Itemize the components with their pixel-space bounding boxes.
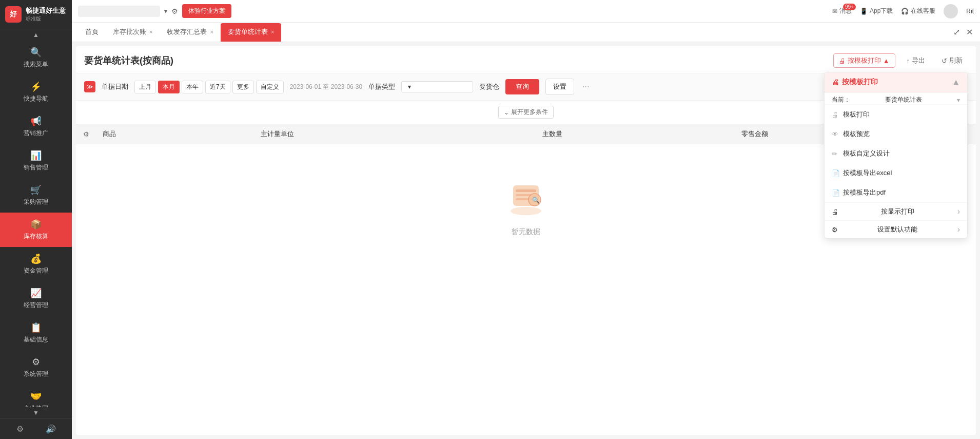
print-button[interactable]: 🖨 按模板打印 ▲: [833, 53, 895, 68]
basic-icon: 📋: [30, 322, 42, 333]
logo-icon: 好: [5, 6, 22, 23]
sidebar-item-label: 资金管理: [24, 266, 48, 275]
app-logo: 好 畅捷通好生意 标准版: [0, 0, 72, 29]
topbar-right: ✉ 消息 99+ 📱 App下载 🎧 在线客服 Rit: [832, 4, 974, 18]
sidebar-item-operation[interactable]: 📈 经营管理: [0, 281, 72, 316]
print-dropdown-header: 🖨 按模板打印 ▲: [825, 72, 967, 92]
dropdown-sub-set-default[interactable]: ⚙ 设置默认功能: [825, 220, 967, 238]
sidebar-item-corp[interactable]: 🤝 企业协同: [0, 385, 72, 407]
sidebar-item-basic[interactable]: 📋 基础信息: [0, 316, 72, 350]
svg-rect-3: [516, 194, 531, 196]
export-icon: ↑: [907, 57, 910, 65]
current-arrow[interactable]: ▾: [957, 97, 960, 104]
dropdown-item-template-custom[interactable]: ✏ 模板自定义设计: [825, 144, 967, 163]
sidebar-item-label: 系统管理: [24, 370, 48, 378]
sidebar-item-inventory[interactable]: 📦 库存核算: [0, 213, 72, 247]
tab-inventory-batch-close[interactable]: ×: [149, 29, 152, 35]
print-dropdown: 🖨 按模板打印 ▲ 当前： 要货单统计表 ▾ 🖨 模板打印 👁 模板预览 ✏ 模: [824, 72, 968, 239]
sidebar-item-purchase[interactable]: 🛒 采购管理: [0, 178, 72, 213]
column-settings-icon[interactable]: ⚙: [83, 130, 89, 138]
date-btn-this-year[interactable]: 本年: [182, 81, 203, 93]
empty-icon: 🔍: [503, 175, 549, 221]
sidebar-item-sales[interactable]: 📊 销售管理: [0, 144, 72, 178]
sidebar-speaker-btn[interactable]: 🔊: [46, 424, 56, 434]
quicknav-icon: ⚡: [30, 81, 42, 92]
tab-inventory-batch[interactable]: 库存批次账 ×: [106, 23, 160, 42]
query-button[interactable]: 查询: [505, 79, 539, 94]
purchase-icon: 🛒: [30, 184, 42, 196]
print-dropdown-title-icon: 🖨: [832, 78, 839, 86]
filter-expand-left-btn[interactable]: ≫: [84, 81, 95, 92]
sidebar-item-label: 采购管理: [24, 198, 48, 206]
tab-receivable-summary[interactable]: 收发存汇总表 ×: [160, 23, 220, 42]
dropdown-item-template-pdf[interactable]: 📄 按模板导出pdf: [825, 183, 967, 202]
tab-receivable-summary-label: 收发存汇总表: [167, 27, 207, 36]
refresh-label: 刷新: [949, 56, 963, 65]
topbar-message[interactable]: ✉ 消息 99+: [832, 7, 852, 15]
print-label: 按模板打印: [848, 56, 881, 65]
page-header: 要货单统计表(按商品) 🖨 按模板打印 ▲ ↑ 导出 ↺ 刷新: [76, 46, 976, 73]
sidebar-item-system[interactable]: ⚙ 系统管理: [0, 350, 72, 385]
operation-icon: 📈: [30, 288, 42, 299]
marketing-icon: 📢: [30, 116, 42, 127]
more-actions-btn[interactable]: ···: [580, 82, 591, 91]
topbar-online-service[interactable]: 🎧 在线客服: [901, 7, 935, 15]
settings-button[interactable]: 设置: [545, 79, 574, 95]
scroll-down-btn[interactable]: ▼: [0, 407, 72, 418]
sidebar-item-label: 快捷导航: [24, 94, 48, 103]
sidebar-item-marketing[interactable]: 📢 营销推广: [0, 109, 72, 144]
goods-filter-label: 要货仓: [479, 82, 499, 91]
dropdown-item-template-print[interactable]: 🖨 模板打印: [825, 105, 967, 124]
tab-inventory-batch-label: 库存批次账: [113, 27, 146, 36]
topbar-dropdown[interactable]: ▾: [164, 8, 167, 15]
print-dropdown-close-btn[interactable]: ▲: [952, 78, 960, 87]
sidebar-item-label: 经营管理: [24, 301, 48, 310]
print-arrow-icon: ▲: [883, 57, 890, 65]
date-btn-this-month[interactable]: 本月: [158, 81, 180, 93]
sidebar-settings-btn[interactable]: ⚙: [16, 424, 24, 434]
date-btn-more[interactable]: 更多: [232, 81, 254, 93]
tab-order-stats-label: 要货单统计表: [228, 27, 268, 36]
sidebar-item-quicknav[interactable]: ⚡ 快捷导航: [0, 75, 72, 109]
user-avatar[interactable]: [944, 4, 958, 18]
dropdown-sub-display-print[interactable]: 🖨 按显示打印: [825, 202, 967, 220]
template-excel-icon: 📄: [832, 169, 840, 177]
svg-rect-2: [516, 189, 536, 192]
tab-maximize-btn[interactable]: ⤢: [952, 26, 961, 38]
tab-receivable-summary-close[interactable]: ×: [210, 29, 213, 35]
sidebar-item-finance[interactable]: 💰 资金管理: [0, 247, 72, 281]
template-custom-icon: ✏: [832, 150, 837, 158]
th-settings[interactable]: ⚙: [76, 124, 96, 144]
topbar-gear-icon[interactable]: ⚙: [171, 7, 178, 15]
sidebar-item-search[interactable]: 🔍 搜索菜单: [0, 41, 72, 75]
sidebar-bottom: ⚙ 🔊: [0, 418, 72, 439]
dropdown-item-template-excel[interactable]: 📄 按模板导出excel: [825, 163, 967, 183]
tab-order-stats-close[interactable]: ×: [271, 29, 274, 35]
page-header-actions: 🖨 按模板打印 ▲ ↑ 导出 ↺ 刷新: [833, 53, 968, 68]
refresh-button[interactable]: ↺ 刷新: [936, 54, 968, 67]
phone-icon: 📱: [860, 8, 868, 15]
expand-more-conditions-btn[interactable]: ⌄ 展开更多条件: [498, 106, 554, 119]
trial-button[interactable]: 体验行业方案: [182, 4, 231, 18]
tab-order-stats[interactable]: 要货单统计表 ×: [221, 23, 281, 42]
type-filter-select[interactable]: ▾: [401, 81, 473, 92]
export-button[interactable]: ↑ 导出: [901, 54, 931, 67]
topbar: ▾ ⚙ 体验行业方案 ✉ 消息 99+ 📱 App下载 🎧 在线客服 Rit: [72, 0, 980, 23]
scroll-up-btn[interactable]: ▲: [0, 29, 72, 41]
date-btn-custom[interactable]: 自定义: [256, 81, 284, 93]
page-title: 要货单统计表(按商品): [84, 54, 173, 67]
date-btn-last-month[interactable]: 上月: [134, 81, 156, 93]
search-input[interactable]: [78, 6, 160, 17]
date-btn-7days[interactable]: 近7天: [205, 81, 230, 93]
username-label[interactable]: Rit: [966, 8, 974, 15]
date-range-display: 2023-06-01 至 2023-06-30: [290, 83, 362, 91]
tab-close-all-btn[interactable]: ✕: [965, 26, 974, 38]
headset-icon: 🎧: [901, 8, 909, 15]
template-preview-label: 模板预览: [843, 129, 870, 139]
tab-home[interactable]: 首页: [78, 23, 106, 42]
template-pdf-label: 按模板导出pdf: [843, 188, 886, 197]
sidebar-item-label: 基础信息: [24, 335, 48, 344]
refresh-icon: ↺: [942, 57, 947, 65]
topbar-app-download[interactable]: 📱 App下载: [860, 7, 893, 15]
dropdown-item-template-preview[interactable]: 👁 模板预览: [825, 124, 967, 144]
